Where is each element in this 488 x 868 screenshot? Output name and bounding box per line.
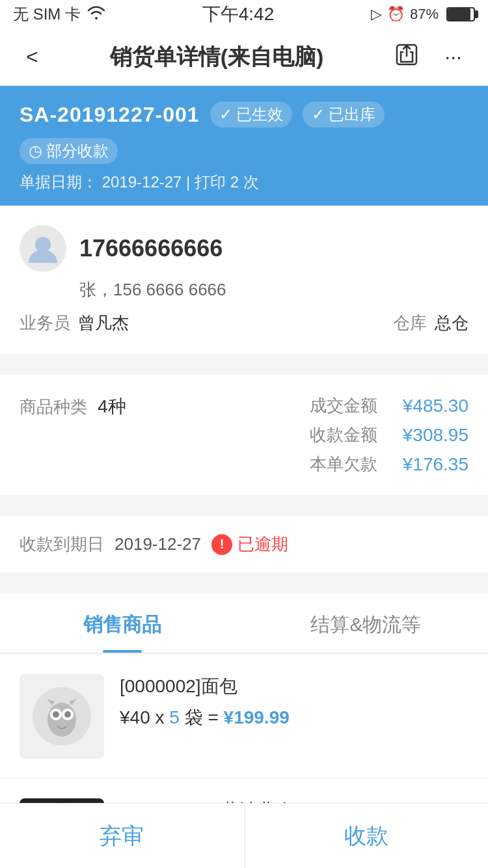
badge-shipped: ✓ 已出库 xyxy=(303,102,385,128)
tab-products[interactable]: 销售商品 xyxy=(0,593,244,653)
avatar xyxy=(20,225,66,272)
owed-amount-value: ¥176.35 xyxy=(390,454,468,475)
qty-1: 5 xyxy=(169,707,180,727)
svg-point-3 xyxy=(47,703,76,737)
product-image-1 xyxy=(20,674,104,759)
location-icon: ▷ xyxy=(371,6,382,23)
customer-row: 17666666666 xyxy=(20,225,468,272)
total-1: ¥199.99 xyxy=(224,707,290,727)
salesman-value: 曾凡杰 xyxy=(78,312,129,334)
badge-partial-payment: ◷ 部分收款 xyxy=(20,138,118,164)
status-bar-right: ▷ ⏰ 87% xyxy=(371,6,475,23)
customer-phone: 17666666666 xyxy=(79,235,223,262)
product-info-1: [0000002]面包 ¥40 x 5 袋 = ¥199.99 xyxy=(120,674,468,730)
share-button[interactable] xyxy=(388,36,425,78)
nav-bar: < 销货单详情(来自电脑) ··· xyxy=(0,29,488,86)
stats-section: 商品种类 4种 成交金额 ¥485.30 收款金额 ¥308.95 本单欠款 ¥… xyxy=(0,375,488,495)
deal-amount-label: 成交金额 xyxy=(310,394,377,417)
deal-amount-value: ¥485.30 xyxy=(390,396,468,416)
product-item: [0000002]面包 ¥40 x 5 袋 = ¥199.99 xyxy=(0,655,488,779)
product-price-row-1: ¥40 x 5 袋 = ¥199.99 xyxy=(120,705,468,730)
salesman-label: 业务员 xyxy=(20,312,70,334)
overdue-icon: ! xyxy=(211,534,232,555)
order-meta: 单据日期： 2019-12-27 | 打印 2 次 xyxy=(20,172,468,193)
status-bar-left: 无 SIM 卡 xyxy=(13,4,105,25)
price-1: ¥40 xyxy=(120,707,150,727)
customer-info-row: 业务员 曾凡杰 仓库 总仓 xyxy=(20,312,468,334)
wifi-icon xyxy=(87,5,105,23)
stats-row: 商品种类 4种 成交金额 ¥485.30 收款金额 ¥308.95 本单欠款 ¥… xyxy=(20,394,468,476)
customer-sub-info: 张，156 6666 6666 xyxy=(79,278,468,301)
tabs-section: 销售商品 结算&物流等 xyxy=(0,593,488,653)
customer-section: 17666666666 张，156 6666 6666 业务员 曾凡杰 仓库 总… xyxy=(0,206,488,354)
product-name-1: [0000002]面包 xyxy=(120,674,468,699)
back-button[interactable]: < xyxy=(20,38,45,75)
check-icon-shipped: ✓ xyxy=(312,105,325,124)
divider1 xyxy=(0,364,488,375)
nav-actions: ··· xyxy=(388,36,468,78)
received-amount-label: 收款金额 xyxy=(310,424,377,446)
divider3 xyxy=(0,583,488,593)
alarm-icon: ⏰ xyxy=(387,6,405,23)
stat-item-deal: 成交金额 ¥485.30 xyxy=(310,394,468,417)
order-header: SA-20191227-001 ✓ 已生效 ✓ 已出库 ◷ 部分收款 单据日期：… xyxy=(0,86,488,206)
warehouse-label: 仓库 xyxy=(393,312,427,334)
product-type-value: 4种 xyxy=(98,394,126,419)
warehouse-value: 总仓 xyxy=(435,312,468,334)
battery-percent: 87% xyxy=(410,6,439,23)
overdue-badge: ! 已逾期 xyxy=(211,533,288,556)
status-bar: 无 SIM 卡 下午4:42 ▷ ⏰ 87% xyxy=(0,0,488,29)
received-amount-value: ¥308.95 xyxy=(390,425,468,446)
order-id: SA-20191227-001 xyxy=(20,103,200,127)
divider2 xyxy=(0,506,488,516)
stats-right: 成交金额 ¥485.30 收款金额 ¥308.95 本单欠款 ¥176.35 xyxy=(310,394,468,476)
unit-1: 袋 xyxy=(185,707,203,727)
stats-left: 商品种类 4种 xyxy=(20,394,126,419)
confirm-button[interactable]: 收款 xyxy=(245,804,489,868)
badge-activated: ✓ 已生效 xyxy=(210,102,292,128)
carrier-label: 无 SIM 卡 xyxy=(13,4,81,25)
stat-item-owed: 本单欠款 ¥176.35 xyxy=(310,453,468,476)
svg-point-6 xyxy=(53,711,59,718)
owed-amount-label: 本单欠款 xyxy=(310,453,377,476)
bottom-bar: 弃审 收款 xyxy=(0,803,488,868)
product-type-label: 商品种类 xyxy=(20,396,87,418)
due-date: 2019-12-27 xyxy=(115,534,201,554)
tab-settlement[interactable]: 结算&物流等 xyxy=(244,593,488,653)
more-button[interactable]: ··· xyxy=(438,38,468,75)
due-section: 收款到期日 2019-12-27 ! 已逾期 xyxy=(0,516,488,573)
battery-icon xyxy=(446,7,475,21)
clock-icon: ◷ xyxy=(29,142,42,160)
overdue-label: 已逾期 xyxy=(237,533,288,556)
check-icon-activated: ✓ xyxy=(219,105,232,124)
svg-point-7 xyxy=(64,711,71,718)
cancel-button[interactable]: 弃审 xyxy=(0,804,245,868)
due-label: 收款到期日 xyxy=(20,533,104,556)
page-title: 销货单详情(来自电脑) xyxy=(110,42,324,72)
status-bar-time: 下午4:42 xyxy=(202,2,275,27)
order-header-row1: SA-20191227-001 ✓ 已生效 ✓ 已出库 ◷ 部分收款 xyxy=(20,102,468,164)
stat-item-received: 收款金额 ¥308.95 xyxy=(310,424,468,446)
